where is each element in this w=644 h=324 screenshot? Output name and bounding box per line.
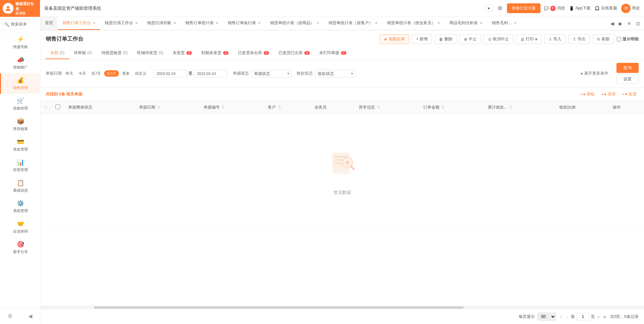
tab-sales-stats[interactable]: 销售订单统计表 ✕ <box>181 17 223 30</box>
filter-tab-all[interactable]: 全部 (0) <box>46 47 69 59</box>
tab-prev-button[interactable]: ◀ <box>608 19 616 28</box>
stop-button[interactable]: ⊗ 中止 <box>460 34 481 44</box>
tab-cash-reconcile[interactable]: 钱货日清对账 ✕ <box>142 17 181 30</box>
tab-close-all-button[interactable]: ✕ <box>625 19 633 28</box>
sidebar-item-purchase[interactable]: 🛒 采购管理 <box>0 94 40 114</box>
tab-sales-workbench-close[interactable]: ✕ <box>93 21 95 25</box>
sidebar-item-marketing[interactable]: 📣 营销推广 <box>0 53 40 73</box>
tab-sales-exec[interactable]: 销售订单执行表 ✕ <box>223 17 265 30</box>
filter-tab-shipped-not-out[interactable]: 已发货未出库 0 <box>233 47 274 59</box>
customer-sort-icon[interactable]: ⇅ <box>278 105 281 110</box>
expand-conditions-button[interactable]: ▾ 展开更多条件 <box>578 69 611 78</box>
tab-gross-margin-close[interactable]: ✕ <box>480 21 482 25</box>
tab-sales-exec-close[interactable]: ✕ <box>258 21 261 25</box>
sidebar-item-enterprise[interactable]: 🤝 企业协同 <box>0 217 40 237</box>
app-download-button[interactable]: 📱 App下载 <box>569 5 591 11</box>
page-first-button[interactable]: « <box>559 313 564 320</box>
tab-maximize-button[interactable]: ⊡ <box>634 19 642 28</box>
page-prev-button[interactable]: ‹ <box>565 313 570 320</box>
error-sort-icon[interactable]: ⇅ <box>377 105 380 110</box>
tab-cash-daily-close[interactable]: ✕ <box>135 21 138 25</box>
filter-tab-overdue[interactable]: 到期未发货 0 <box>197 47 233 59</box>
tab-sales-workbench[interactable]: 销售订单工作台 ✕ <box>58 17 100 30</box>
industry-solution-button[interactable]: 体验行业方案 <box>507 3 541 13</box>
date-to-input[interactable] <box>194 70 227 77</box>
sidebar-item-finance[interactable]: 💳 资金管理 <box>0 135 40 155</box>
topbar-gear-button[interactable]: ⚙ <box>496 4 504 13</box>
tab-gross-margin[interactable]: 商品毛利分析表 ✕ <box>445 17 487 30</box>
query-button[interactable]: 查询 <box>616 63 639 73</box>
print-button[interactable]: 🖨 打印 ▾ <box>516 34 542 44</box>
online-service-button[interactable]: 🎧 在线客服 <box>595 5 617 11</box>
sidebar-item-quick-nav[interactable]: ⚡ 快捷导航 <box>0 32 40 53</box>
filter-tab-pending-review[interactable]: 待审核 (0) <box>69 47 97 59</box>
tab-home[interactable]: 首页 <box>40 17 58 30</box>
delete-button[interactable]: 🗑 删除 <box>435 34 457 44</box>
smart-generate-button[interactable]: ★ 智能生单 <box>379 34 409 44</box>
sidebar-search-area: 🔍 搜索菜单 <box>0 17 40 32</box>
tab-next-button[interactable]: ▶ <box>617 19 625 28</box>
print-icon: 🖨 <box>520 37 524 42</box>
payment-select[interactable]: 收款状态 <box>315 70 355 78</box>
tab-sales-summary-staff[interactable]: 销货单统计表（按业务员） ✕ <box>382 17 445 30</box>
horizontal-scrollbar[interactable] <box>40 306 644 309</box>
ship-quick-button[interactable]: ● 发货 <box>620 90 639 98</box>
cancel-stop-button[interactable]: ⊙ 取消中止 <box>484 34 513 44</box>
tab-sales-profit-close[interactable]: ✕ <box>514 21 517 25</box>
tab-sales-stats-close[interactable]: ✕ <box>216 21 218 25</box>
new-button[interactable]: + 新增 <box>412 34 432 44</box>
tab-sales-summary-staff-close[interactable]: ✕ <box>437 21 440 25</box>
tab-sales-summary-product[interactable]: 销货单统计表（按商品） ✕ <box>265 17 324 30</box>
filter-tab-wangpu[interactable]: 旺铺待发货 (0) <box>132 47 168 59</box>
tab-cash-reconcile-close[interactable]: ✕ <box>173 21 176 25</box>
system-dropdown-button[interactable]: ▾ <box>485 5 493 12</box>
per-page-select[interactable]: 50 10 20 100 <box>538 313 556 321</box>
number-sort-icon[interactable]: ⇅ <box>221 105 225 110</box>
tab-sales-summary-product-close[interactable]: ✕ <box>316 21 319 25</box>
page-last-button[interactable]: » <box>602 313 607 320</box>
date-custom-btn[interactable]: 自定义 <box>133 70 148 77</box>
tab-sales-summary-customer-close[interactable]: ✕ <box>375 21 378 25</box>
col-status: 单据整体状态 <box>64 101 135 114</box>
filter-tab-not-printed[interactable]: 未打印单据 0 <box>314 47 351 59</box>
sidebar-settings-button[interactable]: ⚙ <box>6 312 14 321</box>
filter-tab-shipped-out[interactable]: 已发货已出库 0 <box>274 47 314 59</box>
review-quick-button[interactable]: ● 审核 <box>578 90 597 98</box>
sidebar-item-system[interactable]: ⚙️ 系统管理 <box>0 196 40 217</box>
tab-sales-summary-customer[interactable]: 销货单统计表（按客户） ✕ <box>324 17 382 30</box>
search-menu-button[interactable]: 🔍 搜索菜单 <box>2 19 38 29</box>
received-sort-icon[interactable]: ⇅ <box>509 105 512 110</box>
message-button[interactable]: 💬 6 消息 <box>544 5 565 11</box>
scrollbar-thumb[interactable] <box>94 307 464 309</box>
status-select[interactable]: 单据状态 <box>251 70 291 78</box>
import-button[interactable]: ⇩ 导入 <box>544 34 566 44</box>
sidebar-item-sales[interactable]: 💰 销售管理 <box>0 73 40 94</box>
select-all-checkbox[interactable] <box>55 105 60 109</box>
date-sort-icon[interactable]: ⇅ <box>157 105 160 110</box>
export-button[interactable]: ⇧ 导出 <box>568 34 590 44</box>
sidebar-item-guide[interactable]: 🎯 新手引导 <box>0 237 40 258</box>
refresh-button[interactable]: ↻ 刷新 <box>593 34 614 44</box>
amount-sort-icon[interactable]: ⇅ <box>441 105 444 110</box>
tab-cash-daily[interactable]: 钱货日清工作台 ✕ <box>100 17 142 30</box>
sidebar-item-basic-info[interactable]: 📋 基础信息 <box>0 176 40 196</box>
show-detail-checkbox[interactable] <box>617 37 621 41</box>
date-today-btn[interactable]: 今天 <box>77 70 88 77</box>
sidebar-item-operations[interactable]: 📊 经营管理 <box>0 155 40 176</box>
settings-button[interactable]: 设置 <box>616 74 639 84</box>
date-from-input[interactable] <box>154 70 187 77</box>
date-1month-btn[interactable]: 近1月 <box>104 70 119 77</box>
user-button[interactable]: 用 用友 <box>621 4 640 13</box>
filter-tab-not-shipped[interactable]: 未发货 0 <box>168 47 197 59</box>
show-detail-label[interactable]: 显示明细 <box>617 36 639 42</box>
date-yesterday-btn[interactable]: 昨天 <box>64 70 75 77</box>
filter-tab-pending-inspect[interactable]: 待拣货验货 (0) <box>97 47 132 59</box>
tab-sales-profit[interactable]: 销售毛利… ✕ <box>487 17 521 30</box>
cancel-review-quick-button[interactable]: ● 弃审 <box>599 90 617 98</box>
sidebar-collapse-button[interactable]: ◀ <box>27 312 34 321</box>
page-number-input[interactable] <box>576 313 590 320</box>
date-7days-btn[interactable]: 近7天 <box>89 70 103 77</box>
sidebar-item-inventory[interactable]: 📦 库存核算 <box>0 114 40 135</box>
page-next-button[interactable]: › <box>596 313 601 320</box>
date-more-btn[interactable]: 更多 <box>120 70 132 77</box>
